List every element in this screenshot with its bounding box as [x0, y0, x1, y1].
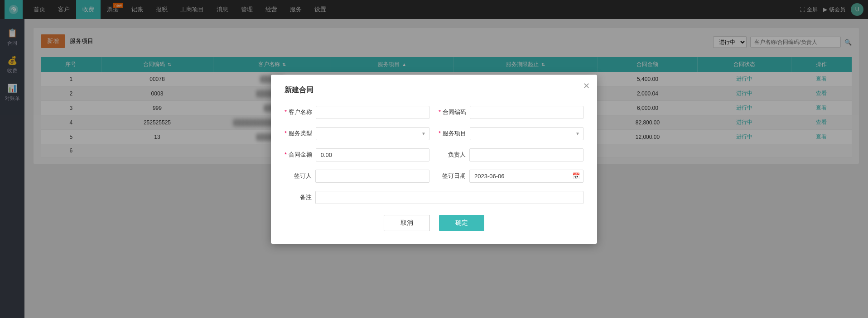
select-wrap-service-type	[316, 127, 429, 140]
input-contract-code[interactable]	[470, 106, 583, 119]
label-responsible: 负责人	[439, 151, 466, 159]
confirm-button[interactable]: 确定	[439, 215, 484, 231]
form-row-2: 服务类型 服务项目	[285, 127, 583, 140]
input-customer-name[interactable]	[316, 106, 429, 119]
modal-footer: 取消 确定	[285, 215, 583, 231]
cancel-button[interactable]: 取消	[384, 215, 430, 231]
new-contract-modal: ✕ 新建合同 客户名称 合同编码 服务类型	[271, 75, 597, 244]
modal-close-button[interactable]: ✕	[583, 81, 590, 91]
select-service-type[interactable]	[316, 127, 429, 140]
field-service-type: 服务类型	[285, 127, 429, 140]
field-remark: 备注	[285, 191, 583, 204]
form-row-4: 签订人 签订日期 📅	[285, 170, 583, 183]
field-responsible: 负责人	[439, 148, 583, 161]
label-service-type: 服务类型	[285, 129, 312, 138]
input-responsible[interactable]	[469, 148, 583, 161]
form-row-3: 合同金额 负责人	[285, 148, 583, 161]
form-row-5: 备注	[285, 191, 583, 204]
field-customer-name: 客户名称	[285, 106, 429, 119]
label-remark: 备注	[285, 193, 312, 201]
label-signer: 签订人	[285, 172, 312, 180]
field-signer: 签订人	[285, 170, 429, 183]
label-contract-amount: 合同金额	[285, 151, 312, 159]
input-signer[interactable]	[315, 170, 429, 183]
label-sign-date: 签订日期	[439, 172, 466, 180]
field-sign-date: 签订日期 📅	[439, 170, 583, 183]
field-service-item: 服务项目	[439, 127, 583, 140]
modal-overlay: ✕ 新建合同 客户名称 合同编码 服务类型	[0, 0, 868, 318]
label-customer-name: 客户名称	[285, 108, 312, 116]
field-contract-code: 合同编码	[439, 106, 583, 119]
select-service-item[interactable]	[470, 127, 583, 140]
field-contract-amount: 合同金额	[285, 148, 429, 161]
input-sign-date[interactable]	[469, 170, 583, 183]
input-remark[interactable]	[315, 191, 583, 204]
label-service-item: 服务项目	[439, 129, 466, 138]
select-wrap-service-item	[470, 127, 583, 140]
modal-title: 新建合同	[285, 85, 583, 95]
input-contract-amount[interactable]	[316, 148, 429, 161]
label-contract-code: 合同编码	[439, 108, 466, 116]
form-row-1: 客户名称 合同编码	[285, 106, 583, 119]
calendar-icon[interactable]: 📅	[572, 172, 580, 180]
date-wrap-sign-date: 📅	[469, 170, 583, 183]
